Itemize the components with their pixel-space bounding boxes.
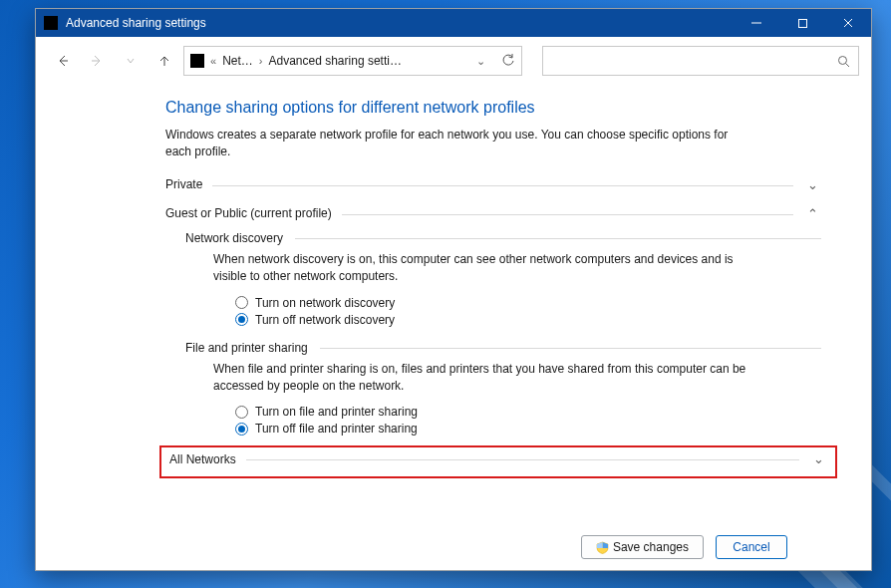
network-discovery-description: When network discovery is on, this compu… bbox=[213, 251, 751, 286]
radio-checked-icon bbox=[235, 423, 248, 436]
radio-file-printer-on[interactable]: Turn on file and printer sharing bbox=[235, 405, 821, 419]
chevron-down-icon: ⌄ bbox=[803, 177, 821, 192]
file-printer-description: When file and printer sharing is on, fil… bbox=[213, 361, 751, 396]
file-printer-radios: Turn on file and printer sharing Turn of… bbox=[235, 405, 821, 436]
radio-icon bbox=[235, 296, 248, 309]
chevron-right-icon: › bbox=[259, 55, 263, 67]
content: Change sharing options for different net… bbox=[36, 85, 871, 524]
maximize-button[interactable] bbox=[779, 9, 825, 37]
section-all-networks[interactable]: All Networks ⌄ bbox=[169, 451, 827, 466]
cancel-label: Cancel bbox=[733, 540, 769, 554]
section-guest[interactable]: Guest or Public (current profile) ⌃ bbox=[165, 206, 821, 221]
location-icon bbox=[190, 54, 204, 68]
radio-icon bbox=[235, 406, 248, 419]
chevron-up-icon: ⌃ bbox=[803, 206, 821, 221]
radio-label: Turn on network discovery bbox=[255, 296, 395, 310]
file-printer-label: File and printer sharing bbox=[185, 341, 308, 355]
breadcrumb-seg2[interactable]: Advanced sharing setti… bbox=[268, 54, 401, 68]
breadcrumb-seg1[interactable]: Net… bbox=[222, 54, 253, 68]
network-discovery-radios: Turn on network discovery Turn off netwo… bbox=[235, 296, 821, 327]
section-guest-label: Guest or Public (current profile) bbox=[165, 206, 332, 220]
address-dropdown-icon[interactable]: ⌄ bbox=[476, 55, 485, 68]
search-icon bbox=[837, 55, 850, 68]
nav-row: « Net… › Advanced sharing setti… ⌄ bbox=[36, 37, 871, 85]
titlebar: Advanced sharing settings bbox=[36, 9, 871, 37]
back-button[interactable] bbox=[48, 46, 78, 76]
uac-shield-icon bbox=[596, 541, 609, 554]
minimize-button[interactable] bbox=[734, 9, 779, 37]
footer: Save changes Cancel bbox=[36, 524, 871, 570]
svg-point-6 bbox=[839, 56, 847, 64]
radio-label: Turn off network discovery bbox=[255, 313, 395, 327]
radio-network-discovery-on[interactable]: Turn on network discovery bbox=[235, 296, 821, 310]
network-discovery-label: Network discovery bbox=[185, 231, 283, 245]
section-private-label: Private bbox=[165, 177, 202, 191]
address-bar[interactable]: « Net… › Advanced sharing setti… ⌄ bbox=[183, 46, 522, 76]
window: Advanced sharing settings « Net… › bbox=[35, 8, 872, 571]
radio-label: Turn on file and printer sharing bbox=[255, 405, 418, 419]
chevron-left-icon: « bbox=[210, 55, 216, 67]
radio-checked-icon bbox=[235, 313, 248, 326]
svg-rect-1 bbox=[798, 19, 806, 27]
window-title: Advanced sharing settings bbox=[66, 16, 206, 30]
chevron-down-icon: ⌄ bbox=[809, 451, 827, 466]
highlight-all-networks: All Networks ⌄ bbox=[159, 445, 837, 478]
svg-line-7 bbox=[846, 63, 850, 67]
forward-button[interactable] bbox=[82, 46, 112, 76]
subsection-file-printer: File and printer sharing bbox=[185, 341, 821, 355]
section-all-networks-label: All Networks bbox=[169, 452, 236, 466]
section-private[interactable]: Private ⌄ bbox=[165, 177, 821, 192]
close-button[interactable] bbox=[825, 9, 871, 37]
search-input[interactable] bbox=[542, 46, 859, 76]
save-changes-label: Save changes bbox=[613, 540, 689, 554]
page-description: Windows creates a separate network profi… bbox=[165, 127, 743, 161]
cancel-button[interactable]: Cancel bbox=[716, 535, 787, 559]
subsection-network-discovery: Network discovery bbox=[185, 231, 821, 245]
radio-network-discovery-off[interactable]: Turn off network discovery bbox=[235, 313, 821, 327]
save-changes-button[interactable]: Save changes bbox=[581, 535, 704, 559]
refresh-button[interactable] bbox=[501, 54, 515, 68]
radio-file-printer-off[interactable]: Turn off file and printer sharing bbox=[235, 422, 821, 436]
recent-dropdown[interactable] bbox=[116, 46, 146, 76]
radio-label: Turn off file and printer sharing bbox=[255, 422, 418, 436]
page-heading: Change sharing options for different net… bbox=[165, 99, 821, 117]
up-button[interactable] bbox=[149, 46, 179, 76]
app-icon bbox=[44, 16, 58, 30]
